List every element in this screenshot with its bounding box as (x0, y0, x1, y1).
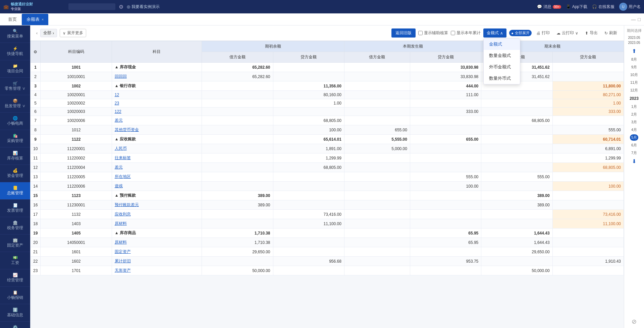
sidebar-item-operations[interactable]: 📈 经营管理 (0, 269, 30, 287)
row-name[interactable]: 遊戏 (112, 182, 202, 191)
sidebar-item-ecommerce[interactable]: 🌐 小畅电商 (0, 113, 30, 130)
refresh-button[interactable]: ↻ 刷新 (602, 29, 619, 37)
row-name-link[interactable]: 12 (115, 92, 119, 97)
sidebar-item-capital[interactable]: 💰 资金管理 (0, 165, 30, 182)
nav-down-button[interactable]: ⬇ (632, 157, 636, 165)
expand-all-toggle[interactable]: ● 全部展开 (509, 30, 532, 36)
row-name-link[interactable]: 差元 (115, 165, 123, 170)
window-maximize-icon[interactable]: □ (638, 17, 641, 22)
balance-table-container[interactable]: ⚙ 科目编码 科目 期初余额 本期发生额 期末余额 借方金额 贷方金额 借方金额… (30, 41, 624, 328)
sidebar-item-inventory[interactable]: 📊 库存核算 (0, 147, 30, 165)
row-name[interactable]: 累计折旧 (112, 257, 202, 266)
nav-up-button[interactable]: ⬆ (632, 47, 636, 55)
row-name-link[interactable]: 预付账款差元 (115, 202, 139, 207)
sidebar-item-tax[interactable]: 🏛️ 税务管理 (0, 217, 30, 235)
sidebar-item-system[interactable]: ⚙️ 系统管理 (0, 322, 30, 328)
window-minimize-icon[interactable]: — (631, 17, 636, 22)
row-name[interactable]: 所在地区 (112, 172, 202, 182)
mode-button[interactable]: 金额式 ∧ (483, 28, 506, 38)
panel-collapse-icon[interactable]: ⊘ (632, 318, 637, 325)
mode-option-qty-foreign[interactable]: 数量外币式 (484, 73, 520, 84)
sidebar-item-project[interactable]: 📁 项目合同 (0, 60, 30, 78)
sidebar-item-reports[interactable]: 📋 小畅报销 (0, 287, 30, 304)
row-name[interactable]: 应收利息 (112, 210, 202, 219)
messages-button[interactable]: 💬 消息 99+ (537, 4, 561, 10)
sidebar-item-ledger[interactable]: 📒 总账管理 (0, 182, 30, 200)
sidebar-item-salary[interactable]: 💵 工资 (0, 252, 30, 269)
mode-option-foreign-amount[interactable]: 外币金额式 (484, 61, 520, 73)
table-settings-th[interactable]: ⚙ (31, 41, 41, 63)
search-input[interactable] (68, 3, 115, 10)
mode-option-qty-amount[interactable]: 数量金额式 (484, 50, 520, 61)
row-name-link[interactable]: 原材料 (115, 221, 127, 226)
month-2[interactable]: 2月 (631, 111, 637, 118)
row-name[interactable]: 其他货币资金 (112, 125, 202, 135)
row-name-link[interactable]: 其他货币资金 (115, 127, 139, 132)
online-service-button[interactable]: 🎧 在线客服 (592, 4, 614, 10)
row-name[interactable]: 预付账款差元 (112, 200, 202, 210)
month-12[interactable]: 12月 (630, 87, 638, 93)
sidebar-item-quick-nav[interactable]: ⚡ 快捷导航 (0, 43, 30, 60)
row-name[interactable]: 原材料 (112, 238, 202, 247)
row-name[interactable]: 固定资产 (112, 247, 202, 257)
month-4[interactable]: 4月 (631, 127, 637, 133)
row-name[interactable]: 差元 (112, 116, 202, 125)
row-name[interactable]: 原材料 (112, 219, 202, 228)
row-name[interactable]: 人民币 (112, 144, 202, 153)
row-name-link[interactable]: 应收利息 (115, 212, 131, 216)
sidebar-item-assets[interactable]: 🏢 固定资产 (0, 235, 30, 252)
show-auxiliary-checkbox[interactable] (418, 31, 423, 35)
row-name-link[interactable]: 固定资产 (115, 249, 131, 254)
show-yearly-checkbox[interactable] (451, 31, 455, 35)
expand-more-button[interactable]: ∨ 展开更多 (60, 29, 86, 37)
row-name-link[interactable]: 无形资产 (115, 268, 131, 273)
sidebar-item-invoice[interactable]: 🧾 发票管理 (0, 200, 30, 217)
row-name[interactable]: 回回回 (112, 72, 202, 81)
demo-link[interactable]: ◎ 我要看实例演示 (127, 4, 160, 10)
row-name-link[interactable]: 差元 (115, 118, 123, 123)
nav-tag-all[interactable]: 全部 › (40, 29, 57, 37)
export-button[interactable]: ⬆ 导出 (583, 29, 600, 37)
sidebar-item-retail[interactable]: 🛒 零售管理 ∨ (0, 78, 30, 95)
sidebar-item-wholesale[interactable]: 📦 批发管理 ∨ (0, 95, 30, 113)
row-name-link[interactable]: 累计折旧 (115, 259, 131, 263)
row-name-link[interactable]: 人民币 (115, 146, 127, 151)
row-name-link[interactable]: 23 (115, 101, 119, 106)
settings-icon[interactable]: ⚙ (119, 4, 123, 10)
row-name[interactable]: 往来标签 (112, 153, 202, 163)
cloud-print-button[interactable]: ☁ 云打印 ∨ (554, 29, 580, 37)
print-button[interactable]: 🖨 打印 (534, 29, 552, 37)
month-9[interactable]: 9月 (631, 64, 637, 70)
month-10[interactable]: 10月 (630, 72, 638, 78)
row-name-link[interactable]: 遊戏 (115, 184, 123, 188)
nav-back-icon[interactable]: ‹ (35, 30, 39, 36)
sidebar-item-purchase[interactable]: 🛍️ 采购管理 (0, 130, 30, 147)
row-name[interactable]: 差元 (112, 163, 202, 172)
row-name-link[interactable]: 122 (115, 109, 121, 114)
month-6[interactable]: 6月 (631, 142, 637, 148)
sidebar-item-basic[interactable]: ℹ️ 基础信息 (0, 304, 30, 322)
month-1[interactable]: 1月 (631, 104, 637, 110)
month-8[interactable]: 8月 (631, 56, 637, 63)
row-name[interactable]: 12 (112, 91, 202, 99)
tab-balance[interactable]: 余额表 × (22, 14, 48, 25)
row-name-link[interactable]: 原材料 (115, 240, 127, 245)
app-download-button[interactable]: 📱 App下载 (566, 4, 587, 10)
row-name-link[interactable]: 回回回 (115, 74, 127, 79)
return-old-version-button[interactable]: 返回旧版 (391, 28, 416, 38)
mode-option-amount[interactable]: 金额式 (484, 39, 520, 50)
tab-close-icon[interactable]: × (42, 17, 44, 21)
sidebar-item-search[interactable]: 🔍 搜索菜单 (0, 25, 30, 43)
row-name[interactable]: 122 (112, 108, 202, 116)
month-11[interactable]: 11月 (630, 79, 638, 86)
tab-home[interactable]: 首页 (3, 14, 22, 25)
month-3[interactable]: 3月 (631, 119, 637, 125)
month-7[interactable]: 7月 (631, 150, 637, 156)
row-name-link[interactable]: 所在地区 (115, 174, 131, 179)
row-name[interactable]: 无形资产 (112, 266, 202, 275)
month-5[interactable]: 5月 (630, 134, 638, 141)
row-name[interactable]: 23 (112, 99, 202, 108)
row-open-dr: 65,282.60 (202, 72, 273, 81)
row-name-link[interactable]: 往来标签 (115, 155, 131, 160)
user-profile[interactable]: U 用户名 (619, 3, 641, 11)
